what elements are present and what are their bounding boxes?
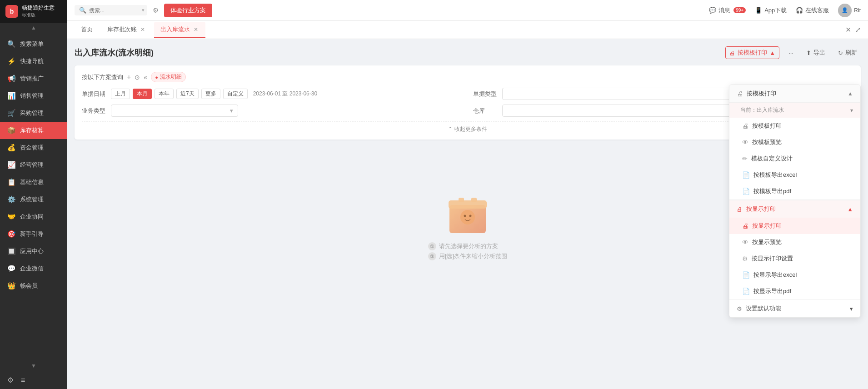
sidebar-item-label: 快捷导航 xyxy=(20,57,44,65)
empty-illustration xyxy=(445,192,490,233)
tab-home[interactable]: 首页 xyxy=(75,22,99,38)
filter-collapse-icon[interactable]: « xyxy=(144,74,147,81)
template-pdf-icon: 📄 xyxy=(742,188,750,195)
svg-point-4 xyxy=(469,215,472,217)
tab-batch-account[interactable]: 库存批次账 ✕ xyxy=(101,22,152,38)
dropdown-item-display-pdf[interactable]: 📄 按显示导出pdf xyxy=(729,283,860,299)
print-template-button[interactable]: 🖨 按模板打印 ▲ xyxy=(725,46,779,59)
dropdown-item-template-excel[interactable]: 📄 按模板导出excel xyxy=(729,167,860,183)
sidebar-item-quick-nav[interactable]: ⚡ 快捷导航 xyxy=(0,53,67,70)
topbar-search-dropdown[interactable]: ▾ xyxy=(142,7,145,13)
member-icon: 👑 xyxy=(7,282,15,290)
date-btn-recent7[interactable]: 近7天 xyxy=(176,89,199,99)
filter-chip[interactable]: ● 流水明细 xyxy=(151,72,186,82)
industry-solution-button[interactable]: 体验行业方案 xyxy=(164,4,212,17)
sidebar-item-label: 库存核算 xyxy=(20,126,44,135)
filter-title: 按以下方案查询 xyxy=(82,73,123,81)
date-btn-this-year[interactable]: 本年 xyxy=(155,89,174,99)
dropdown-item-display-settings[interactable]: ⚙ 按显示打印设置 xyxy=(729,250,860,267)
sidebar-item-finance[interactable]: 💰 资金管理 xyxy=(0,139,67,156)
guide-icon: 🎯 xyxy=(7,230,15,238)
filter-business-type-select[interactable]: ▾ xyxy=(111,105,238,117)
sidebar-item-purchase[interactable]: 🛒 采购管理 xyxy=(0,105,67,122)
svg-rect-6 xyxy=(471,198,477,202)
tab-inout-flow-close[interactable]: ✕ xyxy=(193,26,199,33)
export-icon: ⬆ xyxy=(806,50,811,56)
filter-date-label: 单据日期 xyxy=(82,90,107,98)
dropdown-item-display-excel[interactable]: 📄 按显示导出excel xyxy=(729,267,860,283)
sidebar-item-appstore[interactable]: 🔲 应用中心 xyxy=(0,243,67,260)
refresh-button[interactable]: ↻ 刷新 xyxy=(834,47,861,59)
filter-business-type-item: 业务类型 ▾ xyxy=(82,105,462,117)
topbar-search-box[interactable]: 🔍 ▾ xyxy=(75,5,147,15)
message-button[interactable]: 💬 消息 99+ xyxy=(709,6,746,15)
tab-inout-flow[interactable]: 出入库流水 ✕ xyxy=(154,22,205,38)
empty-step-2: ② 用[选]条件来缩小分析范围 xyxy=(428,252,507,260)
topbar-search-input[interactable] xyxy=(89,7,139,14)
sidebar-item-label: 企业微信 xyxy=(20,264,44,273)
sidebar-item-search[interactable]: 🔍 搜索菜单 xyxy=(0,35,67,53)
dropdown-item-template-pdf[interactable]: 📄 按模板导出pdf xyxy=(729,183,860,199)
template-preview-icon: 👁 xyxy=(742,139,748,146)
appstore-icon: 🔲 xyxy=(7,247,15,255)
dots-button[interactable]: ··· xyxy=(785,48,797,58)
filter-add-icon[interactable]: + xyxy=(127,73,131,81)
date-btn-more[interactable]: 更多 xyxy=(201,89,220,99)
purchase-icon: 🛒 xyxy=(7,109,15,117)
date-btn-prev-month[interactable]: 上月 xyxy=(111,89,130,99)
sidebar-item-label: 营销推广 xyxy=(20,75,44,83)
user-profile[interactable]: 👤 Rit xyxy=(838,4,861,17)
dropdown-item-display-print[interactable]: 🖨 按显示打印 xyxy=(729,218,860,234)
app-download-button[interactable]: 📱 App下载 xyxy=(755,6,787,15)
filter-business-type-label: 业务类型 xyxy=(82,107,107,115)
topbar-gear-icon[interactable]: ⚙ xyxy=(153,6,159,15)
sidebar-item-inventory[interactable]: 📦 库存核算 xyxy=(0,122,67,139)
sidebar-item-system[interactable]: ⚙️ 系统管理 xyxy=(0,191,67,208)
step-2-num: ② xyxy=(428,252,436,260)
collapse-icon[interactable]: ≡ xyxy=(21,376,25,384)
svg-point-2 xyxy=(460,210,475,224)
sidebar-item-collab[interactable]: 🤝 企业协同 xyxy=(0,208,67,225)
tabs-bar: 首页 库存批次账 ✕ 出入库流水 ✕ ✕ ⤢ xyxy=(67,21,868,39)
tabs-expand-icon[interactable]: ⤢ xyxy=(855,25,861,34)
template-print-icon: 🖨 xyxy=(742,122,748,130)
dropdown-footer[interactable]: ⚙ 设置默认功能 ▾ xyxy=(729,299,860,317)
export-button[interactable]: ⬆ 导出 xyxy=(803,47,829,59)
dropdown-current-label[interactable]: 当前：出入库流水 ▾ xyxy=(729,103,860,118)
sidebar-item-guide[interactable]: 🎯 新手引导 xyxy=(0,225,67,243)
topbar-search-icon: 🔍 xyxy=(79,7,86,14)
sidebar-scroll-up[interactable]: ▲ xyxy=(0,23,67,33)
filter-settings-icon[interactable]: ⊙ xyxy=(135,74,140,81)
dropdown-display-header[interactable]: 🖨 按显示打印 ▲ xyxy=(729,200,860,218)
online-service-button[interactable]: 🎧 在线客服 xyxy=(796,6,829,15)
sidebar-scroll-down[interactable]: ▼ xyxy=(0,361,67,371)
chevron-up-icon: ▲ xyxy=(769,50,775,56)
dropdown-item-template-preview[interactable]: 👁 按模板预览 xyxy=(729,134,860,150)
page-actions: 🖨 按模板打印 ▲ ··· ⬆ 导出 ↻ 刷新 xyxy=(725,46,861,59)
sidebar-item-label: 基础信息 xyxy=(20,178,44,186)
sidebar-item-label: 采购管理 xyxy=(20,109,44,117)
sidebar-item-wechat[interactable]: 💬 企业微信 xyxy=(0,260,67,277)
tab-batch-account-close[interactable]: ✕ xyxy=(140,26,146,33)
date-btn-this-month[interactable]: 本月 xyxy=(133,89,152,99)
sidebar-item-member[interactable]: 👑 畅会员 xyxy=(0,277,67,294)
sidebar-item-operation[interactable]: 📈 经营管理 xyxy=(0,156,67,174)
sidebar-item-basic[interactable]: 📋 基础信息 xyxy=(0,174,67,191)
settings-icon[interactable]: ⚙ xyxy=(7,376,14,384)
sidebar-item-sales[interactable]: 📊 销售管理 xyxy=(0,87,67,105)
dropdown-item-template-custom[interactable]: ✏ 模板自定义设计 xyxy=(729,150,860,167)
template-excel-icon: 📄 xyxy=(742,171,750,179)
sidebar-item-label: 销售管理 xyxy=(20,92,44,100)
dropdown-chevron-up[interactable]: ▲ xyxy=(848,90,853,97)
sidebar-item-marketing[interactable]: 📢 营销推广 xyxy=(0,70,67,87)
filter-bill-type-label: 单据类型 xyxy=(473,90,499,98)
dropdown-item-display-preview[interactable]: 👁 按显示预览 xyxy=(729,234,860,250)
sidebar-item-label: 搜索菜单 xyxy=(20,40,44,48)
display-print-icon: 🖨 xyxy=(742,222,748,229)
dropdown-template-header[interactable]: 🖨 按模板打印 ▲ xyxy=(729,85,860,103)
date-quick-buttons: 上月 本月 本年 近7天 更多 自定义 2023-06-01 至 2023-06… xyxy=(111,89,317,99)
dropdown-item-template-print[interactable]: 🖨 按模板打印 xyxy=(729,118,860,134)
tabs-close-all-icon[interactable]: ✕ xyxy=(845,25,851,34)
date-btn-custom[interactable]: 自定义 xyxy=(223,89,248,99)
system-icon: ⚙️ xyxy=(7,195,15,204)
